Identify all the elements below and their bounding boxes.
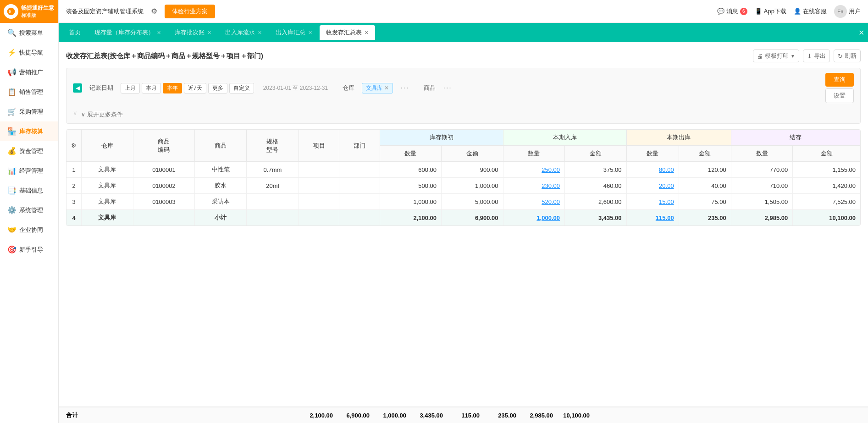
table-cell[interactable]: 20.00 bbox=[626, 178, 679, 194]
table-cell: 3,435.00 bbox=[565, 210, 627, 226]
user-btn[interactable]: Ea 用户 bbox=[834, 5, 861, 18]
online-service-btn[interactable]: 👤 在线客服 bbox=[794, 7, 827, 16]
expand-icon: ∨ bbox=[81, 111, 85, 118]
date-btn-more[interactable]: 更多 bbox=[208, 83, 227, 93]
table-cell: 文具库 bbox=[82, 210, 133, 226]
print-btn[interactable]: 🖨 模板打印 ▼ bbox=[753, 49, 799, 62]
table-cell: 5,000.00 bbox=[442, 194, 503, 210]
user-avatar: Ea bbox=[834, 5, 847, 18]
sidebar-item-basic-info[interactable]: 📑基础信息 bbox=[0, 181, 58, 200]
th-out-amt: 金额 bbox=[679, 146, 731, 162]
table-cell: 2,985.00 bbox=[731, 210, 793, 226]
finance-icon: 💰 bbox=[7, 147, 16, 155]
footer-in-amt: 3,435.00 bbox=[411, 412, 448, 419]
table-cell: 胶水 bbox=[195, 178, 247, 194]
tab-home[interactable]: 首页 bbox=[62, 25, 87, 40]
table-row: 1文具库0100001中性笔0.7mm600.00900.00250.00375… bbox=[66, 162, 860, 178]
table-cell[interactable]: 250.00 bbox=[503, 162, 565, 178]
warehouse-filter-label: 仓库 bbox=[343, 84, 354, 92]
tab-inout-summary[interactable]: 出入库汇总✕ bbox=[269, 25, 319, 40]
filter-collapse-btn[interactable]: ◀ bbox=[73, 83, 82, 93]
tab-label-batch: 库存批次账 bbox=[175, 28, 205, 37]
industry-btn[interactable]: 体验行业方案 bbox=[165, 5, 215, 18]
sales-icon: 📋 bbox=[7, 88, 16, 96]
sidebar-item-marketing[interactable]: 📢营销推广 bbox=[0, 62, 58, 82]
table-cell[interactable]: 80.00 bbox=[626, 162, 679, 178]
sidebar-item-finance[interactable]: 💰资金管理 bbox=[0, 141, 58, 161]
footer-open-qty: 2,100.00 bbox=[301, 412, 337, 419]
purchase-icon: 🛒 bbox=[7, 107, 16, 116]
refresh-btn[interactable]: ↻ 刷新 bbox=[834, 49, 861, 62]
svg-text:6: 6 bbox=[9, 9, 11, 14]
print-icon: 🖨 bbox=[757, 53, 763, 60]
date-btn-this-month[interactable]: 本月 bbox=[142, 83, 161, 93]
sidebar-item-system[interactable]: ⚙️系统管理 bbox=[0, 200, 58, 220]
tab-inventory-dist[interactable]: 现存量（库存分布表）✕ bbox=[88, 25, 167, 40]
table-cell[interactable]: 230.00 bbox=[503, 178, 565, 194]
table-cell bbox=[339, 210, 380, 226]
sidebar-item-enterprise[interactable]: 🤝企业协同 bbox=[0, 220, 58, 240]
business-icon: 📊 bbox=[7, 166, 16, 175]
table-cell bbox=[339, 178, 380, 194]
sidebar-item-guide[interactable]: 🎯新手引导 bbox=[0, 240, 58, 259]
export-btn[interactable]: ⬇ 导出 bbox=[803, 49, 830, 62]
sidebar-item-search[interactable]: 🔍搜索菜单 bbox=[0, 23, 58, 43]
tab-close-inout-summary[interactable]: ✕ bbox=[308, 30, 312, 36]
table-cell[interactable]: 1,000.00 bbox=[503, 210, 565, 226]
filter-settings-btn[interactable]: 设置 bbox=[825, 88, 854, 103]
th-balance: 结存 bbox=[731, 130, 860, 146]
product-filter-dots[interactable]: ··· bbox=[443, 84, 452, 92]
close-all-tabs-btn[interactable]: ✕ bbox=[858, 28, 864, 37]
sidebar-item-inventory[interactable]: 🏪库存核算 bbox=[0, 121, 58, 141]
table-cell bbox=[246, 210, 299, 226]
sidebar-item-sales[interactable]: 📋销售管理 bbox=[0, 82, 58, 102]
tab-batch[interactable]: 库存批次账✕ bbox=[168, 25, 218, 40]
table-cell: 120.00 bbox=[679, 162, 731, 178]
table-cell: 小计 bbox=[195, 210, 247, 226]
table-cell[interactable]: 520.00 bbox=[503, 194, 565, 210]
expand-conditions-btn[interactable]: ∨ 展开更多条件 bbox=[81, 110, 123, 119]
tab-label-stock-summary: 收发存汇总表 bbox=[326, 28, 362, 37]
app-download-btn[interactable]: 📱 App下载 bbox=[755, 7, 786, 16]
quick-nav-icon: ⚡ bbox=[7, 48, 16, 57]
export-icon: ⬇ bbox=[807, 53, 812, 60]
table-cell: 文具库 bbox=[82, 162, 133, 178]
sidebar: 6 畅捷通好生意 标准版 🔍搜索菜单⚡快捷导航📢营销推广📋销售管理🛒采购管理🏪库… bbox=[0, 0, 59, 423]
tab-stock-summary[interactable]: 收发存汇总表✕ bbox=[320, 25, 375, 40]
page-header: 收发存汇总表(按仓库＋商品编码＋商品＋规格型号＋项目＋部门) 🖨 模板打印 ▼ … bbox=[66, 49, 861, 62]
date-btn-this-year[interactable]: 本年 bbox=[163, 83, 182, 93]
tab-close-inventory-dist[interactable]: ✕ bbox=[157, 30, 161, 36]
table-row: 4文具库小计2,100.006,900.001,000.003,435.0011… bbox=[66, 210, 860, 226]
date-btn-last-month[interactable]: 上月 bbox=[121, 83, 140, 93]
date-btn-custom[interactable]: 自定义 bbox=[229, 83, 254, 93]
warehouse-tag-remove[interactable]: ✕ bbox=[384, 85, 389, 91]
tab-close-stock-summary[interactable]: ✕ bbox=[365, 30, 369, 36]
top-header: 装备及固定资产辅助管理系统 ⚙ 体验行业方案 💬 消息 6 📱 App下载 👤 … bbox=[59, 0, 868, 23]
sidebar-item-purchase[interactable]: 🛒采购管理 bbox=[0, 102, 58, 121]
tab-close-batch[interactable]: ✕ bbox=[207, 30, 211, 36]
footer-bal-amt: 10,100.00 bbox=[558, 412, 594, 419]
tab-label-inout-summary: 出入库汇总 bbox=[276, 28, 305, 37]
sidebar-item-quick-nav[interactable]: ⚡快捷导航 bbox=[0, 43, 58, 62]
table-cell: 采访本 bbox=[195, 194, 247, 210]
table-cell[interactable]: 115.00 bbox=[626, 210, 679, 226]
tab-close-inout-flow[interactable]: ✕ bbox=[258, 30, 262, 36]
message-btn[interactable]: 💬 消息 6 bbox=[717, 7, 747, 16]
date-btn-7days[interactable]: 近7天 bbox=[184, 83, 206, 93]
sidebar-label-guide: 新手引导 bbox=[19, 246, 43, 254]
guide-icon: 🎯 bbox=[7, 245, 16, 254]
warehouse-filter-dots[interactable]: ··· bbox=[400, 84, 409, 92]
sidebar-item-business[interactable]: 📊经营管理 bbox=[0, 161, 58, 181]
inventory-icon: 🏪 bbox=[7, 127, 16, 136]
query-btn[interactable]: 查询 bbox=[825, 73, 854, 87]
table-cell[interactable]: 15.00 bbox=[626, 194, 679, 210]
warehouse-tag[interactable]: 文具库 ✕ bbox=[362, 83, 393, 93]
th-bal-amt: 金额 bbox=[793, 146, 860, 162]
footer-in-qty: 1,000.00 bbox=[374, 412, 411, 419]
tab-inout-flow[interactable]: 出入库流水✕ bbox=[219, 25, 268, 40]
table-cell: 500.00 bbox=[380, 178, 442, 194]
footer-open-amt: 6,900.00 bbox=[337, 412, 374, 419]
th-spec: 规格型号 bbox=[246, 130, 299, 162]
settings-icon-btn[interactable]: ⚙ bbox=[151, 7, 157, 16]
table-cell: 1,420.00 bbox=[793, 178, 860, 194]
